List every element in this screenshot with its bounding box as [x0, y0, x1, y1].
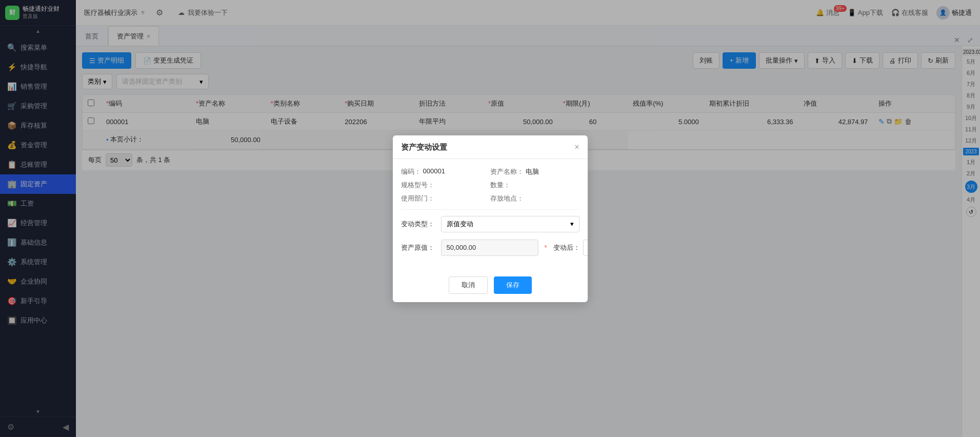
- modal-footer: 取消 保存: [393, 271, 588, 302]
- original-value-row: 资产原值： * 变动后：: [401, 240, 579, 256]
- modal-info-grid: 编码： 000001 资产名称： 电脑 规格型号： 数量： 使用部门：: [401, 167, 579, 210]
- modal-close-button[interactable]: ×: [574, 143, 579, 152]
- save-button[interactable]: 保存: [494, 276, 532, 294]
- required-mark: *: [545, 244, 547, 251]
- original-value-input: [441, 240, 538, 256]
- after-value-input[interactable]: [583, 240, 588, 256]
- modal-overlay: 资产变动设置 × 编码： 000001 资产名称： 电脑 规格型号： 数量：: [0, 0, 980, 437]
- modal-quantity-field: 数量：: [490, 181, 579, 190]
- modal-spec-field: 规格型号：: [401, 181, 490, 190]
- modal-location-field: 存放地点：: [490, 194, 579, 203]
- asset-change-modal: 资产变动设置 × 编码： 000001 资产名称： 电脑 规格型号： 数量：: [393, 135, 588, 302]
- modal-header: 资产变动设置 ×: [393, 135, 588, 159]
- change-type-row: 变动类型： 原值变动 ▾: [401, 216, 579, 232]
- modal-body: 编码： 000001 资产名称： 电脑 规格型号： 数量： 使用部门：: [393, 159, 588, 271]
- cancel-button[interactable]: 取消: [449, 276, 488, 294]
- chevron-down-icon: ▾: [570, 220, 574, 228]
- modal-title: 资产变动设置: [401, 143, 447, 152]
- change-type-select[interactable]: 原值变动 ▾: [441, 216, 579, 232]
- modal-dept-field: 使用部门：: [401, 194, 490, 203]
- modal-code-field: 编码： 000001: [401, 167, 490, 176]
- modal-name-field: 资产名称： 电脑: [490, 167, 579, 176]
